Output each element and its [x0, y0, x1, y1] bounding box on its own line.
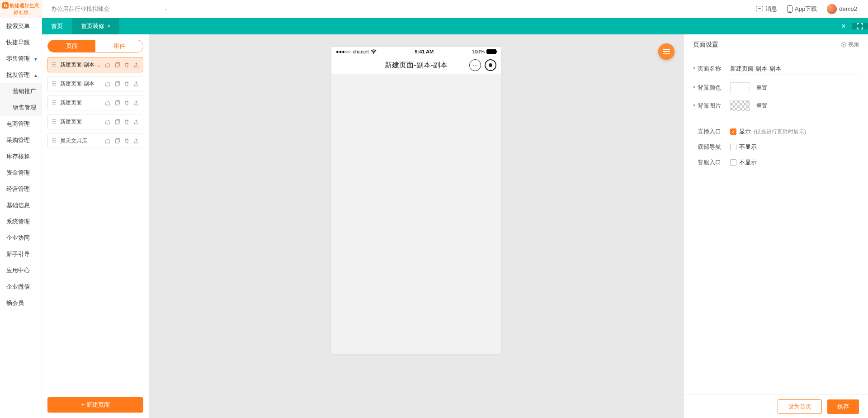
home-icon[interactable]: [105, 81, 111, 87]
tab-close-all-icon[interactable]: ×: [835, 22, 852, 30]
svg-point-2: [759, 8, 760, 9]
app-header: b畅捷通好生意 标准版 办公用品行业模拟账套 ⌄ 消息 App下载 demo2: [0, 0, 868, 18]
segment-page[interactable]: 页面: [48, 40, 95, 52]
play-icon: [841, 42, 846, 48]
svg-point-11: [373, 53, 374, 54]
phone-preview: ●●●○○ chanjet 9:41 AM 100% 新建页面-副本-副本 ··…: [331, 47, 501, 354]
drag-icon[interactable]: ☰: [52, 62, 57, 68]
bg-color-reset[interactable]: 重置: [756, 84, 767, 92]
copy-icon[interactable]: [114, 62, 120, 68]
chevron-down-icon: ⌄: [164, 6, 168, 12]
copy-icon[interactable]: [114, 138, 120, 144]
target-icon[interactable]: [485, 59, 496, 71]
app-download-link[interactable]: App下载: [787, 5, 817, 13]
account-selector[interactable]: 办公用品行业模拟账套 ⌄: [51, 5, 168, 13]
page-list-item[interactable]: ☰新建页面: [47, 114, 143, 129]
bg-image-reset[interactable]: 重置: [756, 102, 767, 110]
drag-icon[interactable]: ☰: [52, 138, 57, 144]
sidebar-item-12[interactable]: 系统管理: [0, 214, 42, 230]
sidebar-item-16[interactable]: 企业微信: [0, 279, 42, 295]
svg-point-1: [758, 8, 759, 9]
sidebar-item-9[interactable]: 资金管理: [0, 165, 42, 181]
copy-icon[interactable]: [114, 81, 120, 87]
drag-icon[interactable]: ☰: [52, 81, 57, 87]
phone-body[interactable]: [331, 74, 501, 354]
share-icon[interactable]: [133, 62, 139, 68]
sidebar-item-11[interactable]: 基础信息: [0, 197, 42, 214]
phone-status-bar: ●●●○○ chanjet 9:41 AM 100%: [331, 47, 501, 56]
delete-icon[interactable]: [124, 119, 130, 125]
delete-icon[interactable]: [124, 81, 130, 87]
tab-editor[interactable]: 首页装修×: [72, 18, 119, 34]
sidebar-item-6[interactable]: 电商管理: [0, 116, 42, 132]
copy-icon[interactable]: [114, 100, 120, 106]
share-icon[interactable]: [133, 138, 139, 144]
page-list-item[interactable]: ☰昊天文具店: [47, 133, 143, 148]
svg-rect-8: [116, 101, 119, 104]
sidebar-item-7[interactable]: 采购管理: [0, 132, 42, 148]
delete-icon[interactable]: [124, 100, 130, 106]
home-icon[interactable]: [105, 119, 111, 125]
home-icon[interactable]: [105, 138, 111, 144]
bottomnav-checkbox[interactable]: [730, 144, 736, 150]
copy-icon[interactable]: [114, 119, 120, 125]
pages-panel: 页面 组件 ☰新建页面-副本-...☰新建页面-副本☰新建页面☰新建页面☰昊天文…: [42, 34, 149, 418]
settings-panel: 页面设置 视频 *页面名称 *背景颜色 重置: [684, 34, 868, 418]
user-menu[interactable]: demo2: [827, 4, 857, 14]
sidebar-item-14[interactable]: 新手引导: [0, 246, 42, 262]
service-checkbox[interactable]: [730, 159, 736, 166]
phone-title-bar: 新建页面-副本-副本 ···: [331, 56, 501, 74]
tab-home[interactable]: 首页: [42, 18, 72, 34]
svg-rect-6: [116, 63, 119, 66]
canvas-menu-fab[interactable]: [658, 43, 675, 60]
sidebar-item-10[interactable]: 经营管理: [0, 181, 42, 197]
battery-icon: [486, 49, 496, 54]
bg-image-swatch[interactable]: [730, 100, 750, 111]
drag-icon[interactable]: ☰: [52, 119, 57, 125]
phone-icon: [787, 5, 793, 13]
delete-icon[interactable]: [124, 62, 130, 68]
sidebar-item-13[interactable]: 企业协同: [0, 230, 42, 246]
page-list-item[interactable]: ☰新建页面-副本-...: [47, 57, 143, 72]
home-icon[interactable]: [105, 100, 111, 106]
sidebar-item-4[interactable]: 营销推广: [0, 83, 42, 100]
sidebar-item-3[interactable]: 批发管理▲: [0, 67, 42, 83]
page-name-input[interactable]: [730, 62, 859, 75]
segment-component[interactable]: 组件: [95, 40, 143, 52]
new-page-button[interactable]: + 新建页面: [47, 397, 143, 413]
tab-bar: 首页 首页装修× ×: [42, 18, 868, 34]
label-live: 直播入口: [698, 128, 730, 136]
label-page-name: 页面名称: [698, 65, 730, 73]
live-hint: (仅当进行直播时展示): [754, 128, 806, 136]
messages-link[interactable]: 消息: [756, 5, 777, 13]
svg-rect-5: [789, 11, 791, 11]
main-sidebar: 搜索菜单快捷导航零售管理▼批发管理▲营销推广销售管理电商管理采购管理库存核算资金…: [0, 18, 42, 418]
sidebar-item-15[interactable]: 应用中心: [0, 262, 42, 279]
page-item-name: 新建页面-副本: [60, 80, 101, 88]
sidebar-item-2[interactable]: 零售管理▼: [0, 51, 42, 67]
home-icon[interactable]: [105, 62, 111, 68]
share-icon[interactable]: [133, 119, 139, 125]
sidebar-item-1[interactable]: 快捷导航: [0, 34, 42, 51]
live-checkbox[interactable]: ✓: [730, 128, 736, 135]
svg-rect-10: [116, 139, 119, 142]
share-icon[interactable]: [133, 100, 139, 106]
video-help-link[interactable]: 视频: [841, 41, 859, 48]
fullscreen-icon[interactable]: [852, 23, 868, 29]
panel-segment: 页面 组件: [47, 40, 143, 52]
share-icon[interactable]: [133, 81, 139, 87]
sidebar-item-0[interactable]: 搜索菜单: [0, 18, 42, 34]
page-list-item[interactable]: ☰新建页面: [47, 95, 143, 110]
close-icon[interactable]: ×: [107, 23, 110, 29]
more-icon[interactable]: ···: [469, 59, 481, 71]
sidebar-item-5[interactable]: 销售管理: [0, 100, 42, 116]
drag-icon[interactable]: ☰: [52, 100, 57, 106]
delete-icon[interactable]: [124, 138, 130, 144]
wifi-icon: [371, 49, 377, 54]
sidebar-item-8[interactable]: 库存核算: [0, 148, 42, 165]
set-home-button[interactable]: 设为首页: [778, 399, 822, 414]
sidebar-item-17[interactable]: 畅会员: [0, 295, 42, 311]
save-button[interactable]: 保存: [827, 399, 859, 414]
bg-color-swatch[interactable]: [730, 82, 750, 93]
page-list-item[interactable]: ☰新建页面-副本: [47, 76, 143, 91]
